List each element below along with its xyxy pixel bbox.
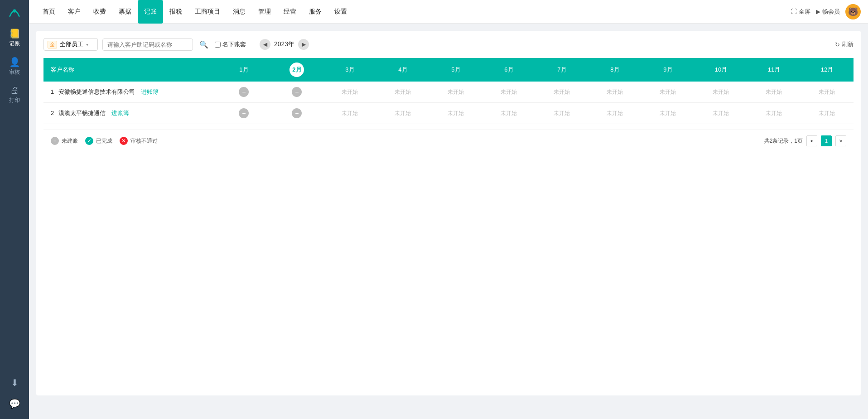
sidebar-item-print-label: 打印 [9,96,20,104]
print-icon: 🖨 [10,85,19,96]
status-not-started: 未开始 [501,89,517,95]
status-done-icon: − [292,87,302,97]
nav-service[interactable]: 服务 [303,0,328,24]
col-sep: 9月 [641,58,694,82]
table-wrapper: 客户名称 1月 2月 3月 4月 5月 6月 7月 8月 9月 10月 11月 [43,58,854,124]
content: 全 全部员工 ▾ 🔍 名下账套 ◀ 2023年 ▶ ↻ 刷新 [29,24,868,419]
legend-done-label: 已完成 [96,137,112,145]
sidebar: 📒 记账 👤 审核 🖨 打印 ⬇ 💬 [0,0,29,419]
rejected-icon: ✕ [120,137,128,145]
nav-home[interactable]: 首页 [36,0,62,24]
col-jun: 6月 [482,58,535,82]
next-page-btn[interactable]: > [835,135,846,146]
sidebar-item-download[interactable]: ⬇ [0,373,29,394]
sidebar-item-bookkeeping[interactable]: 📒 记账 [0,24,29,52]
nav-settings[interactable]: 设置 [328,0,353,24]
download-icon: ⬇ [11,377,19,388]
status-not-started: 未开始 [554,110,570,116]
audit-icon: 👤 [9,57,20,67]
sidebar-item-audit[interactable]: 👤 审核 [0,52,29,81]
main: 首页 客户 收费 票据 记账 报税 工商项目 消息 管理 经营 服务 设置 ⛶ … [29,0,868,419]
prev-page-btn[interactable]: < [806,135,817,146]
customer-name: 漠澳太平畅捷通信 [58,110,106,116]
nav-manage[interactable]: 管理 [252,0,277,24]
nav-tax[interactable]: 报税 [163,0,188,24]
col-customer: 客户名称 [43,58,217,82]
col-jan: 1月 [217,58,270,82]
status-not-started: 未开始 [766,89,782,95]
month-cell-1-8: 未开始 [641,103,694,124]
nav-invoice[interactable]: 票据 [112,0,138,24]
account-checkbox[interactable] [215,42,221,48]
help-icon: 💬 [9,398,20,409]
month-cell-1-10: 未开始 [747,103,800,124]
nav-biz[interactable]: 工商项目 [188,0,227,24]
status-not-started: 未开始 [554,89,570,95]
status-not-started: 未开始 [607,110,623,116]
month-cell-1-6: 未开始 [535,103,588,124]
status-not-started: 未开始 [342,110,358,116]
col-dec: 12月 [800,58,854,82]
employee-select[interactable]: 全 全部员工 ▾ [43,38,98,51]
status-not-started: 未开始 [766,110,782,116]
year-display: 2023年 [274,40,294,48]
nav-collection[interactable]: 收费 [87,0,112,24]
month-cell-1-2: 未开始 [323,103,376,124]
month-cell-1-3: 未开始 [376,103,429,124]
next-year-btn[interactable]: ▶ [298,39,309,50]
nav-client[interactable]: 客户 [62,0,87,24]
checkbox-text: 名下账套 [222,40,246,48]
prev-year-btn[interactable]: ◀ [260,39,270,50]
month-cell-0-5: 未开始 [482,82,535,103]
nav-operation[interactable]: 经营 [277,0,303,24]
page-1-btn[interactable]: 1 [821,135,832,146]
enter-ledger-link[interactable]: 进账簿 [111,110,129,116]
legend-not-built: − 未建账 [51,137,78,145]
sidebar-item-print[interactable]: 🖨 打印 [0,81,29,109]
month-cell-0-7: 未开始 [588,82,641,103]
done-icon: ✓ [85,137,93,145]
refresh-button[interactable]: ↻ 刷新 [835,40,854,48]
bookkeeping-icon: 📒 [9,28,20,39]
month-cell-1-9: 未开始 [694,103,747,124]
status-not-started: 未开始 [395,89,411,95]
sidebar-item-bookkeeping-label: 记账 [9,40,20,48]
sidebar-item-help[interactable]: 💬 [0,394,29,414]
chevron-down-icon: ▾ [86,42,88,47]
legend-not-built-label: 未建账 [62,137,78,145]
status-not-started: 未开始 [501,110,517,116]
col-aug: 8月 [588,58,641,82]
enter-ledger-link[interactable]: 进账簿 [141,88,159,95]
month-cell-0-11: 未开始 [800,82,854,103]
status-done-icon: − [239,87,249,97]
topnav-right: ⛶ 全屏 ▶ 畅会员 🐻 [791,4,861,19]
status-not-started: 未开始 [660,89,676,95]
nav-bookkeeping[interactable]: 记账 [138,0,163,24]
topnav: 首页 客户 收费 票据 记账 报税 工商项目 消息 管理 经营 服务 设置 ⛶ … [29,0,868,24]
sidebar-bottom: ⬇ 💬 [0,373,29,419]
total-records: 共2条记录，1页 [764,137,803,145]
month-cell-1-0: − [217,103,270,124]
month-cell-0-9: 未开始 [694,82,747,103]
nav-message[interactable]: 消息 [227,0,252,24]
avatar[interactable]: 🐻 [845,4,861,19]
membership-btn[interactable]: ▶ 畅会员 [816,8,840,16]
account-checkbox-label[interactable]: 名下账套 [215,40,246,48]
employee-tag: 全 [48,41,57,48]
status-not-started: 未开始 [448,89,464,95]
footer-pagination: 共2条记录，1页 < 1 > [764,135,846,146]
employee-label: 全部员工 [60,40,83,48]
fullscreen-btn[interactable]: ⛶ 全屏 [791,8,810,16]
year-nav: ◀ 2023年 ▶ [260,39,309,50]
legend-rejected: ✕ 审核不通过 [120,137,158,145]
table-body: 1 安徽畅捷通信息技术有限公司 进账簿−−未开始未开始未开始未开始未开始未开始未… [43,82,854,124]
search-input[interactable] [102,39,193,51]
toolbar: 全 全部员工 ▾ 🔍 名下账套 ◀ 2023年 ▶ ↻ 刷新 [43,38,854,51]
status-done-icon: − [292,108,302,118]
status-not-started: 未开始 [342,89,358,95]
col-feb: 2月 [270,58,323,82]
refresh-label: 刷新 [842,40,854,48]
play-icon: ▶ [816,8,820,15]
table-row: 1 安徽畅捷通信息技术有限公司 进账簿−−未开始未开始未开始未开始未开始未开始未… [43,82,854,103]
search-button[interactable]: 🔍 [198,39,210,51]
